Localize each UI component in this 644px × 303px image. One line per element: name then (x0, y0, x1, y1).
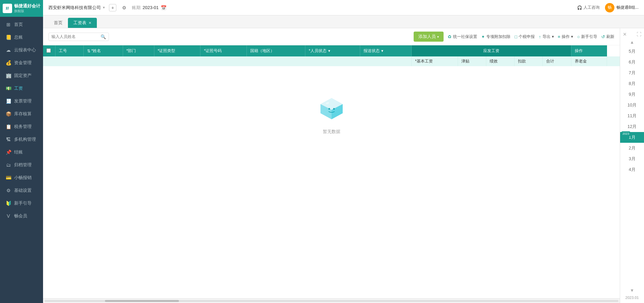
guide-action[interactable]: ○ 新手引导 (577, 34, 597, 40)
th-yingfa-salary: 应发工资 (412, 45, 571, 56)
sidebar-item-label: 税务管理 (14, 124, 32, 130)
month-item-2022-6[interactable]: 6月 (620, 57, 644, 68)
month-item-2023-2[interactable]: 2月 (620, 143, 644, 154)
deduction-action[interactable]: ✦ 专项附加扣除 (481, 34, 510, 40)
month-item-2022-8[interactable]: 8月 (620, 78, 644, 89)
month-scroll-down[interactable]: ▼ (620, 287, 644, 294)
month-item-2022-5[interactable]: 5月 (620, 46, 644, 57)
operations-action[interactable]: ≡ 操作 ▾ (558, 34, 573, 40)
sidebar-item-expense[interactable]: 💳 小畅报销 (0, 171, 43, 184)
funds-icon: 💰 (5, 60, 11, 66)
sidebar-item-guide[interactable]: 🔰 新手引导 (0, 197, 43, 210)
sidebar-item-label: 新手引导 (14, 200, 32, 206)
th-region: 国籍（地区） (247, 45, 305, 56)
refresh-action[interactable]: ↺ 刷新 (601, 34, 614, 40)
service-button[interactable]: 🎧 人工咨询 (577, 5, 600, 10)
month-item-2022-10[interactable]: 10月 (620, 100, 644, 111)
sidebar-item-ledger[interactable]: 📒 总账 (0, 31, 43, 44)
scrollbar-track[interactable] (44, 300, 618, 302)
company-selector[interactable]: 西安虾米网络科技有限公司 ▾ (48, 5, 105, 11)
tax-report-icon: □ (515, 34, 517, 39)
tax-icon: 📋 (5, 124, 11, 129)
search-input[interactable] (51, 34, 99, 39)
tab-salary-close[interactable]: ✕ (88, 21, 91, 25)
deduction-label: 专项附加扣除 (486, 34, 510, 40)
archive-icon: 🗂 (5, 162, 11, 168)
member-icon: V (5, 213, 11, 219)
table-header-row: 工号 ⇅ *姓名 *部门 *证照类型 *证照号码 国籍（地 (43, 45, 620, 56)
ledger-icon: 📒 (5, 35, 11, 40)
month-scroll-up[interactable]: ▲ (620, 38, 644, 46)
export-dropdown-icon: ▾ (552, 34, 554, 39)
sidebar-item-label: 发票管理 (14, 98, 32, 104)
topbar-right: 🎧 人工咨询 畅 畅捷通B组... (577, 3, 639, 12)
th-name[interactable]: ⇅ *姓名 (83, 45, 123, 56)
sidebar-item-tax[interactable]: 📋 税务管理 (0, 120, 43, 133)
sidebar-item-home[interactable]: ⊞ 首页 (0, 18, 43, 31)
tax-report-action[interactable]: □ 个税申报 (515, 34, 535, 40)
sidebar-item-closing[interactable]: 📌 结账 (0, 146, 43, 159)
th-report-status[interactable]: 报送状态 ▼ (360, 45, 412, 56)
filter-icon-status: ▼ (328, 49, 331, 53)
sidebar-item-fixed-assets[interactable]: 🏢 固定资产 (0, 69, 43, 82)
settings-button[interactable]: ⚙ (120, 4, 128, 11)
home-icon: ⊞ (5, 22, 11, 27)
main-area: 西安虾米网络科技有限公司 ▾ + ⚙ 账期 2023-01 📅 🎧 人工咨询 畅… (43, 0, 644, 303)
sidebar-item-label: 云报表中心 (14, 47, 36, 53)
th-checkbox[interactable] (43, 45, 55, 56)
th-operations: 操作 (571, 45, 607, 56)
month-item-2022-7[interactable]: 7月 (620, 68, 644, 78)
month-panel-expand-icon[interactable]: ⛶ (637, 32, 641, 37)
calendar-icon[interactable]: 📅 (161, 5, 166, 10)
table-wrapper: 工号 ⇅ *姓名 *部门 *证照类型 *证照号码 国籍（地 (43, 45, 620, 298)
month-item-2023-1[interactable]: 2023 1月 (620, 132, 644, 143)
sidebar-item-label: 总账 (14, 34, 23, 40)
month-label: 10月 (628, 102, 637, 108)
sidebar-item-settings[interactable]: ⚙ 基础设置 (0, 184, 43, 197)
settings-icon: ⚙ (5, 188, 11, 193)
app-logo: 好 畅捷通好会计 旗舰版 (0, 0, 43, 17)
export-action[interactable]: ↑ 导出 ▾ (539, 34, 554, 40)
add-person-button[interactable]: 添加人员 ▾ (414, 32, 444, 42)
sidebar-item-multi-org[interactable]: 🏗 多机构管理 (0, 133, 43, 146)
social-insurance-action[interactable]: ♻ 统一社保设置 (448, 34, 477, 40)
toolbar-right: 添加人员 ▾ ♻ 统一社保设置 ✦ 专项附加扣除 □ 个税申报 (414, 32, 614, 42)
month-panel-close-icon[interactable]: ✕ (623, 32, 627, 37)
month-label: 2月 (629, 145, 635, 151)
month-label: 7月 (629, 70, 635, 76)
month-item-2023-4[interactable]: 4月 (620, 164, 644, 175)
th-status[interactable]: *人员状态 ▼ (305, 45, 360, 56)
empty-text: 暂无数据 (323, 129, 340, 135)
month-panel-header: ✕ ⛶ (620, 30, 644, 38)
sidebar-item-inventory[interactable]: 📦 库存核算 (0, 107, 43, 120)
inventory-icon: 📦 (5, 111, 11, 117)
sidebar-item-member[interactable]: V 畅会员 (0, 210, 43, 222)
sidebar-item-cloud-report[interactable]: ☁ 云报表中心 (0, 44, 43, 56)
sidebar-item-funds[interactable]: 💰 资金管理 (0, 56, 43, 69)
scrollbar-thumb[interactable] (105, 300, 179, 302)
search-wrap[interactable]: 🔍 (48, 33, 109, 41)
th-id-number: *证照号码 (200, 45, 247, 56)
tab-salary[interactable]: 工资表 ✕ (68, 18, 97, 28)
sidebar-item-invoice[interactable]: 🧾 发票管理 (0, 95, 43, 107)
export-icon: ↑ (539, 34, 541, 39)
sidebar-item-archive[interactable]: 🗂 归档管理 (0, 159, 43, 171)
add-company-button[interactable]: + (109, 4, 116, 11)
month-label: 9月 (629, 91, 635, 97)
user-menu[interactable]: 畅 畅捷通B组... (605, 3, 639, 12)
sidebar-item-salary[interactable]: 💵 工资 (0, 82, 43, 95)
month-item-2022-11[interactable]: 11月 (620, 111, 644, 121)
empty-state: 暂无数据 (43, 66, 620, 162)
sidebar: 好 畅捷通好会计 旗舰版 ⊞ 首页 📒 总账 ☁ 云报表中心 💰 资金管理 🏢 … (0, 0, 43, 303)
month-item-2023-3[interactable]: 3月 (620, 154, 644, 164)
refresh-icon: ↺ (601, 34, 605, 39)
logo-text-wrap: 畅捷通好会计 旗舰版 (14, 3, 40, 13)
tab-salary-label: 工资表 (73, 20, 86, 26)
month-item-2022-12[interactable]: 12月 (620, 121, 644, 132)
month-label: 4月 (629, 167, 635, 173)
service-icon: 🎧 (577, 5, 582, 10)
month-item-2022-9[interactable]: 9月 (620, 89, 644, 100)
account-period: 账期 2023-01 📅 (132, 5, 166, 11)
tab-home[interactable]: 首页 (48, 18, 68, 28)
select-all-checkbox[interactable] (46, 48, 51, 53)
